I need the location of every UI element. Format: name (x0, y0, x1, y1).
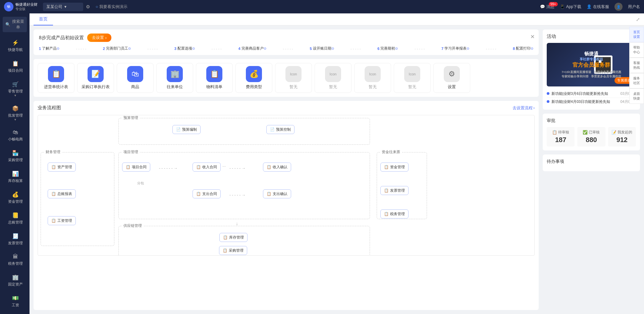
flow-node-tax-mgmt[interactable]: 📋 税务管理 (380, 209, 409, 218)
flow-node-spend-contract[interactable]: 📋 支出合同 (193, 189, 221, 198)
invoice-mgmt-icon: 📋 (384, 188, 389, 193)
approval-stat-done[interactable]: ✅ 已审核 880 (577, 127, 605, 146)
setup-step-5[interactable]: 5 设开账日期 ⊙ (310, 46, 334, 51)
flow-node-capital-mgmt[interactable]: 📋 资金管理 (380, 163, 409, 172)
logo-icon: 畅 (4, 2, 13, 11)
activity-item-1[interactable]: 新功能|业财4月03日功能更新抢先知 04月03日 (547, 98, 636, 106)
flow-node-income-confirm[interactable]: 📋 收入确认 (263, 163, 291, 172)
quick-item-purchase-stats[interactable]: 📋 进货单统计表 (38, 63, 74, 93)
approval-stat-pending[interactable]: 📋 待审核 187 (547, 127, 575, 146)
setup-close-button[interactable]: ✕ (530, 34, 535, 40)
sidebar-item-operations[interactable]: 📈 经营管理 (0, 312, 30, 314)
quick-item-partners[interactable]: 🏢 往来单位 (156, 63, 193, 93)
flow-node-purchase[interactable]: 📋 采购管理 (219, 246, 247, 255)
setup-step-8[interactable]: 8 配置打印 ⊙ (513, 46, 533, 51)
flow-node-income-contract[interactable]: 📋 收入合同 (193, 163, 221, 172)
quick-item-empty-4[interactable]: Icon 暂无 (394, 63, 431, 93)
sidebar-item-salary[interactable]: 💵 工资 (0, 291, 30, 312)
flow-node-total-report[interactable]: 📋 总账报表 (48, 189, 76, 198)
flow-node-salary[interactable]: 📋 工资管理 (48, 216, 76, 225)
sidebar-item-tax[interactable]: 🏛 税务管理 (0, 250, 30, 270)
quick-label-8: 暂无 (369, 84, 377, 90)
tab-home[interactable]: 首页 (34, 13, 53, 25)
setup-step-1[interactable]: 1 了解产品 ⊙ (39, 46, 59, 51)
side-nav-help[interactable]: 帮助中心 (629, 42, 644, 58)
approval-done-icon: ✅ (583, 130, 588, 135)
step-divider-3: - - - - - (197, 47, 236, 51)
approval-stat-mine[interactable]: 📝 我发起的 912 (608, 127, 636, 146)
quick-item-goods[interactable]: 🛍 商品 (117, 63, 154, 93)
approval-mine-value: 912 (611, 136, 633, 144)
message-button[interactable]: 💬 消息 99+ (540, 4, 554, 10)
flow-group-supply-label: 供应链管理 (122, 223, 143, 228)
sidebar-item-fixed-assets[interactable]: 🏢 固定资产 (0, 270, 30, 291)
sidebar-item-ecommerce[interactable]: 🛍 小畅电商 (0, 125, 30, 146)
search-menu-button[interactable]: 🔍 搜索菜单 (3, 17, 27, 32)
sidebar-item-project-contract[interactable]: 📋 项目合同 (0, 56, 30, 77)
user-avatar[interactable]: 👤 (614, 3, 623, 11)
quick-icon-empty-3: Icon (365, 66, 381, 82)
sidebar-icon-purchase: 🏪 (4, 150, 27, 156)
sidebar-icon-ecommerce: 🛍 (4, 129, 27, 135)
setup-step-3[interactable]: 3 配置选项 ⊙ (174, 46, 195, 51)
activity-title: 活动 (547, 34, 636, 40)
sidebar-item-capital[interactable]: 💰 资金管理 (0, 187, 30, 208)
quick-item-empty-2[interactable]: Icon 暂无 (315, 63, 352, 93)
setup-go-button[interactable]: 去设置 › (87, 34, 111, 42)
company-selector[interactable]: 某某公司 ▾ (43, 3, 83, 11)
flow-group-budget-label: 预算管理 (122, 115, 140, 120)
banner-main-title: 畅捷通 (561, 51, 622, 57)
flow-node-budget-make[interactable]: 📄 预算编制 (172, 125, 201, 134)
approval-title: 审批 (547, 118, 636, 124)
split-label: 分包 (137, 181, 144, 186)
activity-item-0[interactable]: 新功能|业财3月6日功能更新抢先知 03月06日 (547, 90, 636, 98)
side-nav-hotline[interactable]: 客服热线 (629, 58, 644, 73)
sidebar-item-quick-nav[interactable]: ⚡ 快捷导航 (0, 36, 30, 56)
quick-icon-empty-4: Icon (404, 66, 420, 82)
flow-node-asset[interactable]: 📋 资产管理 (48, 163, 76, 172)
flow-action-button[interactable]: 去设置流程 › (513, 105, 535, 111)
flow-node-project-contract[interactable]: 📋 项目合同 (122, 163, 150, 172)
app-download-button[interactable]: 📱 App下载 (560, 4, 581, 10)
sidebar-item-invoice[interactable]: 🧾 发票管理 (0, 229, 30, 250)
setup-step-4[interactable]: 4 完善商品客户 ⊙ (238, 46, 266, 51)
right-side-nav: 首页设置 帮助中心 客服热线 服务社区 桌面快捷 (629, 27, 644, 104)
sidebar-item-retail[interactable]: 🛒 零售管理 ▼ (0, 77, 30, 101)
quick-item-settings[interactable]: ⚙ 设置 (433, 63, 470, 93)
approval-card: 审批 📋 待审核 187 ✅ 已审核 (543, 114, 640, 150)
settings-icon[interactable]: ⚙ (86, 4, 90, 9)
sidebar-item-purchase[interactable]: 🏪 采购管理 (0, 146, 30, 167)
expand-window-icon[interactable]: ⤢ (636, 17, 640, 22)
expand-arrow-retail: ▼ (4, 94, 27, 97)
step-divider-7: - - - - - (471, 47, 511, 51)
quick-item-expense-type[interactable]: 💰 费用类型 (235, 63, 272, 93)
flow-node-inventory[interactable]: 📋 库存管理 (219, 233, 248, 242)
demo-link[interactable]: ○ 我要看实例演示 (96, 4, 127, 10)
arrow-spend-income: - - - - - → (229, 193, 246, 197)
approval-mine-icon: 📝 (611, 130, 616, 135)
banner-highlight: 官方会员服务群 (561, 62, 622, 69)
side-nav-community[interactable]: 服务社区 (629, 73, 644, 88)
flow-node-invoice-mgmt[interactable]: 📋 发票管理 (380, 186, 409, 195)
quick-item-empty-3[interactable]: Icon 暂无 (354, 63, 391, 93)
activity-dot-0 (547, 92, 549, 95)
username-label[interactable]: 用户名 (628, 4, 640, 10)
side-nav-desktop[interactable]: 桌面快捷 (629, 88, 644, 104)
flow-node-budget-ctrl[interactable]: 📄 预算控制 (266, 125, 294, 134)
sidebar-item-ledger[interactable]: 📒 总账管理 (0, 208, 30, 229)
flow-group-project: 项目管理 📋 项目合同 📋 收入合同 📋 收入确认 (118, 152, 370, 219)
quick-item-purchase-order[interactable]: 📝 采购订单执行表 (77, 63, 114, 93)
setup-step-2[interactable]: 2 完善部门员工 ⊙ (103, 46, 131, 51)
quick-label-10: 设置 (448, 84, 456, 90)
quick-item-bom[interactable]: 📋 物料清单 (196, 63, 233, 93)
setup-step-7[interactable]: 7 学习开单报表 ⊙ (441, 46, 469, 51)
sidebar-item-wholesale[interactable]: 📦 批发管理 ▼ (0, 101, 30, 125)
setup-step-6[interactable]: 6 完善期初 ⊙ (377, 46, 398, 51)
quick-item-empty-1[interactable]: Icon 暂无 (275, 63, 312, 93)
quick-grid: 📋 进货单统计表 📝 采购订单执行表 🛍 商品 🏢 (38, 63, 535, 93)
side-nav-home-settings[interactable]: 首页设置 (629, 27, 644, 42)
sidebar-item-inventory[interactable]: 📊 库存核算 (0, 167, 30, 187)
activity-list: 新功能|业财3月6日功能更新抢先知 03月06日 新功能|业财4月03日功能更新… (547, 90, 636, 106)
online-service-button[interactable]: 👤 在线客服 (587, 4, 609, 10)
flow-node-spend-confirm[interactable]: 📋 支出确认 (263, 189, 291, 198)
